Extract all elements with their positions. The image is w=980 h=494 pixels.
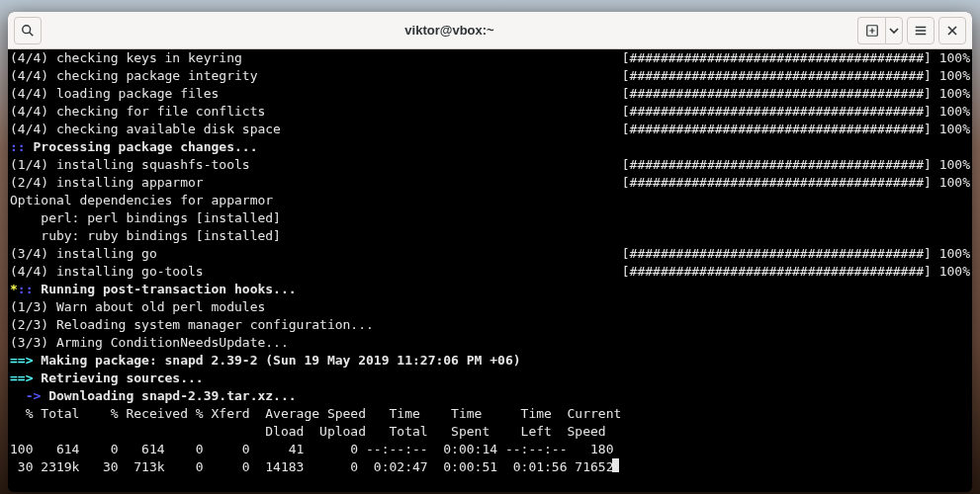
- terminal-window: viktor@vbox:~ (4/4) checking keys: [8, 12, 972, 492]
- terminal-line: % Total % Received % Xferd Average Speed…: [10, 405, 970, 423]
- close-button[interactable]: [938, 17, 966, 44]
- terminal-line: Dload Upload Total Spent Left Speed: [10, 423, 970, 441]
- terminal-line: 100 614 0 614 0 0 41 0 --:--:-- 0:00:14 …: [10, 441, 970, 458]
- terminal-line: (1/3) Warn about old perl modules: [10, 298, 970, 316]
- terminal-line: (4/4) checking keys in keyring[#########…: [10, 49, 970, 67]
- menu-button[interactable]: [907, 17, 935, 44]
- new-tab-group: [857, 17, 903, 44]
- terminal-line: (2/3) Reloading system manager configura…: [10, 316, 970, 334]
- search-icon: [21, 24, 35, 38]
- terminal-line: :: Processing package changes...: [10, 138, 970, 156]
- terminal-line: (2/4) installing apparmor[##############…: [10, 174, 970, 192]
- svg-line-1: [30, 32, 34, 36]
- terminal-line: 30 2319k 30 713k 0 0 14183 0 0:02:47 0:0…: [10, 458, 970, 476]
- terminal-line: (4/4) installing go-tools[##############…: [10, 263, 970, 281]
- terminal-line: perl: perl bindings [installed]: [10, 209, 970, 227]
- close-icon: [946, 25, 958, 37]
- terminal-output[interactable]: (4/4) checking keys in keyring[#########…: [8, 49, 972, 492]
- cursor: [612, 458, 619, 472]
- window-title: viktor@vbox:~: [45, 23, 853, 38]
- terminal-line: ruby: ruby bindings [installed]: [10, 227, 970, 245]
- terminal-line: (4/4) checking for file conflicts[######…: [10, 103, 970, 121]
- new-tab-icon: [865, 24, 879, 38]
- terminal-line: -> Downloading snapd-2.39.tar.xz...: [10, 387, 970, 405]
- terminal-line: (3/3) Arming ConditionNeedsUpdate...: [10, 334, 970, 352]
- search-button[interactable]: [14, 17, 42, 44]
- terminal-line: (4/4) loading package files[############…: [10, 85, 970, 103]
- hamburger-icon: [914, 24, 928, 38]
- terminal-line: (4/4) checking available disk space[####…: [10, 121, 970, 138]
- new-tab-menu-button[interactable]: [885, 17, 903, 44]
- terminal-line: (4/4) checking package integrity[#######…: [10, 67, 970, 85]
- terminal-line: ==> Retrieving sources...: [10, 370, 970, 387]
- terminal-line: Optional dependencies for apparmor: [10, 192, 970, 209]
- terminal-line: (1/4) installing squashfs-tools[########…: [10, 156, 970, 174]
- svg-point-0: [23, 25, 31, 33]
- new-tab-button[interactable]: [857, 17, 885, 44]
- terminal-line: ==> Making package: snapd 2.39-2 (Sun 19…: [10, 352, 970, 370]
- terminal-line: (3/4) installing go[####################…: [10, 245, 970, 263]
- terminal-line: *:: Running post-transaction hooks...: [10, 281, 970, 298]
- titlebar: viktor@vbox:~: [8, 12, 972, 49]
- chevron-down-icon: [889, 26, 899, 36]
